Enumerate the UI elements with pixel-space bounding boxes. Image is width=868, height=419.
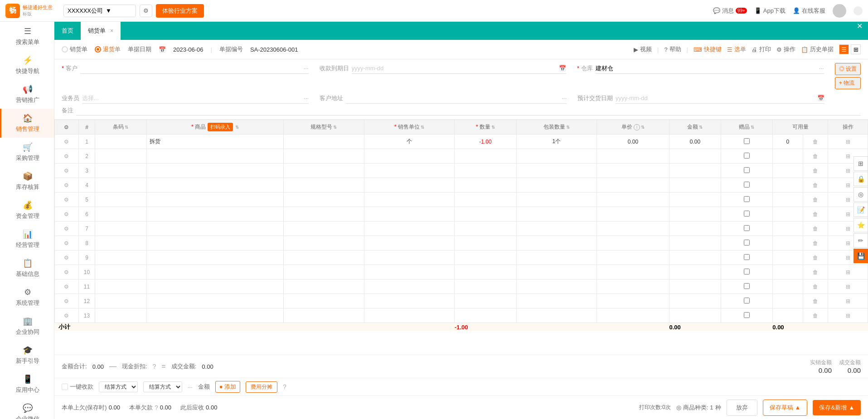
settings-gear-button[interactable]: ⚙ — [140, 5, 152, 17]
radio-return-order[interactable]: 退货单 — [95, 45, 121, 53]
form-settings-btn[interactable]: ◎ 设置 — [835, 63, 861, 75]
sidebar-item-marketing[interactable]: 📢 营销推广 — [0, 80, 54, 109]
row-spec[interactable] — [284, 265, 364, 279]
calendar-expected-icon[interactable]: 📅 — [817, 95, 824, 101]
row-spec[interactable] — [284, 250, 364, 265]
row-spec[interactable] — [284, 149, 364, 164]
row-spec[interactable] — [284, 164, 364, 178]
row-unit[interactable] — [364, 193, 455, 207]
row-amount[interactable] — [669, 279, 721, 294]
sidebar-item-corp[interactable]: 🏢 企业协同 — [0, 312, 54, 341]
row-amount[interactable] — [669, 308, 721, 323]
salesman-dots[interactable]: ··· — [304, 95, 309, 101]
row-delete[interactable]: 🗑 — [803, 236, 828, 250]
row-gift[interactable] — [721, 164, 772, 178]
row-amount[interactable] — [669, 164, 721, 178]
message-button[interactable]: 💬 消息 99+ — [713, 7, 747, 15]
row-delete[interactable]: 🗑 — [803, 294, 828, 308]
expected-date-input[interactable]: yyyy-mm-dd 📅 — [616, 93, 824, 104]
row-pkgqty[interactable] — [516, 279, 597, 294]
user-dropdown[interactable] — [853, 6, 863, 15]
row-price[interactable] — [597, 149, 669, 164]
sidebar-item-inventory[interactable]: 📦 库存核算 — [0, 167, 54, 196]
row-pkgqty[interactable] — [516, 308, 597, 323]
row-unit[interactable] — [364, 265, 455, 279]
online-service-button[interactable]: 👤 在线客服 — [793, 7, 825, 15]
list-view-icon[interactable]: ☰ — [839, 44, 849, 54]
row-price[interactable] — [597, 308, 669, 323]
row-price[interactable] — [597, 164, 669, 178]
row-spec[interactable] — [284, 135, 364, 149]
row-qty[interactable] — [455, 164, 516, 178]
row-delete[interactable]: 🗑 — [803, 178, 828, 193]
row-barcode[interactable] — [95, 135, 146, 149]
row-price[interactable] — [597, 207, 669, 222]
account-dots[interactable]: ··· — [188, 384, 193, 390]
sidebar-item-purchase[interactable]: 🛒 采购管理 — [0, 138, 54, 167]
row-price[interactable] — [597, 265, 669, 279]
row-qty[interactable] — [455, 178, 516, 193]
row-barcode[interactable] — [95, 178, 146, 193]
customer-addr-input[interactable]: ··· — [346, 93, 567, 104]
sidebar-item-quick[interactable]: ⚡ 快捷导航 — [0, 51, 54, 80]
row-goods[interactable] — [146, 279, 283, 294]
row-qty[interactable] — [455, 250, 516, 265]
row-goods[interactable] — [146, 250, 283, 265]
warehouse-dots[interactable]: ··· — [819, 65, 824, 72]
row-gift[interactable] — [721, 149, 772, 164]
row-gift[interactable] — [721, 193, 772, 207]
float-edit-btn[interactable]: ✏ — [853, 233, 868, 248]
row-amount[interactable] — [669, 265, 721, 279]
row-amount[interactable] — [669, 178, 721, 193]
row-spec[interactable] — [284, 178, 364, 193]
row-gift[interactable] — [721, 178, 772, 193]
row-spec[interactable] — [284, 222, 364, 236]
row-unit[interactable] — [364, 149, 455, 164]
row-unit[interactable] — [364, 164, 455, 178]
debt-info-icon[interactable]: ? — [155, 404, 158, 411]
row-spec[interactable] — [284, 193, 364, 207]
row-pkgqty[interactable] — [516, 294, 597, 308]
discount-info-icon[interactable]: ? — [153, 363, 156, 370]
sidebar-item-wechat[interactable]: 💬 企业微信 — [0, 399, 54, 419]
row-gift[interactable] — [721, 265, 772, 279]
row-unit[interactable] — [364, 308, 455, 323]
row-goods[interactable] — [146, 149, 283, 164]
row-goods[interactable] — [146, 236, 283, 250]
sidebar-item-sales[interactable]: 🏠 销售管理 — [0, 109, 54, 138]
row-amount[interactable] — [669, 222, 721, 236]
row-goods[interactable] — [146, 222, 283, 236]
row-barcode[interactable] — [95, 308, 146, 323]
row-pkgqty[interactable] — [516, 236, 597, 250]
row-unit[interactable] — [364, 279, 455, 294]
row-unit[interactable] — [364, 294, 455, 308]
tab-sales-order[interactable]: 销货单 × — [81, 22, 121, 40]
float-expand-btn[interactable]: ⊞ — [853, 156, 868, 171]
due-date-input[interactable]: yyyy-mm-dd 📅 — [352, 63, 567, 74]
tab-close-icon[interactable]: × — [110, 28, 113, 34]
row-price[interactable] — [597, 294, 669, 308]
history-action[interactable]: 📋 历史单据 — [801, 45, 834, 53]
row-goods[interactable] — [146, 164, 283, 178]
form-logistics-btn[interactable]: + 物流 — [835, 77, 861, 89]
row-price[interactable] — [597, 178, 669, 193]
row-pkgqty[interactable] — [516, 193, 597, 207]
calendar-due-icon[interactable]: 📅 — [559, 65, 566, 72]
ops-action[interactable]: ⚙ 操作 — [776, 45, 795, 53]
row-barcode[interactable] — [95, 294, 146, 308]
row-gift[interactable] — [721, 250, 772, 265]
row-spec[interactable] — [284, 308, 364, 323]
row-copy[interactable]: ⊞ — [828, 308, 868, 323]
row-barcode[interactable] — [95, 279, 146, 294]
float-save-btn[interactable]: 💾 — [853, 249, 868, 263]
addr-dots[interactable]: ··· — [562, 95, 567, 101]
float-star-btn[interactable]: ⭐ — [853, 218, 868, 232]
row-pkgqty[interactable] — [516, 265, 597, 279]
row-copy[interactable]: ⊞ — [828, 294, 868, 308]
row-barcode[interactable] — [95, 207, 146, 222]
row-delete[interactable]: 🗑 — [803, 207, 828, 222]
row-copy[interactable]: ⊞ — [828, 135, 868, 149]
sidebar-item-operation[interactable]: 📊 经营管理 — [0, 225, 54, 254]
company-selector[interactable]: XXXXXX公司 ▼ — [63, 5, 136, 17]
row-qty[interactable] — [455, 149, 516, 164]
